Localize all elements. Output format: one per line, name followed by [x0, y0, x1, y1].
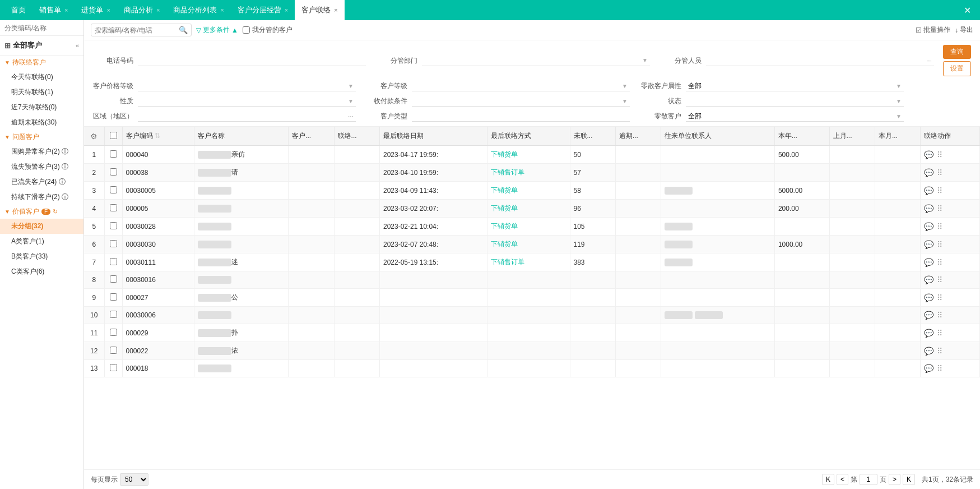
tab-sales-close[interactable]: × — [64, 7, 68, 13]
customer-attr-dropdown[interactable]: ▼ — [896, 83, 902, 89]
retail-dropdown[interactable]: ▼ — [896, 113, 902, 119]
sidebar-item-abnormal[interactable]: 囤购异常客户(2) ⓘ — [0, 144, 83, 159]
sidebar-item-class-b[interactable]: B类客户(33) — [0, 249, 83, 264]
tab-analysis-list[interactable]: 商品分析列表 × — [166, 0, 230, 20]
sidebar-item-7days[interactable]: 近7天待联络(0) — [0, 100, 83, 115]
contact-icon[interactable]: 💬 — [924, 311, 933, 320]
dept-input[interactable] — [424, 57, 640, 64]
manager-more-icon[interactable]: ··· — [926, 57, 932, 64]
more-actions-icon[interactable]: ⠿ — [937, 258, 942, 267]
row-last-method-link[interactable]: 下销货单 — [491, 222, 518, 230]
col-last-date[interactable]: 最后联络日期 — [379, 127, 487, 146]
tab-purchase[interactable]: 进货单 × — [75, 0, 117, 20]
payment-dropdown[interactable]: ▼ — [622, 98, 628, 104]
row-last-method-link[interactable]: 下销售订单 — [491, 168, 524, 176]
contact-icon[interactable]: 💬 — [924, 168, 933, 177]
contact-icon[interactable]: 💬 — [924, 275, 933, 284]
my-customers-checkbox[interactable] — [243, 26, 250, 34]
manager-input[interactable] — [708, 57, 926, 64]
search-input[interactable] — [95, 26, 179, 34]
sidebar-item-overdue[interactable]: 逾期未联络(30) — [0, 115, 83, 130]
sidebar-item-class-a[interactable]: A类客户(1) — [0, 234, 83, 249]
more-actions-icon[interactable]: ⠿ — [937, 364, 942, 373]
status-dropdown[interactable]: ▼ — [896, 98, 902, 104]
more-actions-icon[interactable]: ⠿ — [937, 168, 942, 177]
section-pending-contact[interactable]: ▼ 待联络客户 — [0, 56, 83, 70]
tab-customer-contact-close[interactable]: × — [334, 7, 337, 13]
row-checkbox[interactable] — [104, 146, 122, 164]
sidebar-all-customers[interactable]: ⊞ 全部客户 « — [0, 36, 83, 56]
contact-icon[interactable]: 💬 — [924, 240, 933, 249]
next-page-btn[interactable]: > — [889, 474, 900, 485]
contact-icon[interactable]: 💬 — [924, 293, 933, 302]
query-btn[interactable]: 查询 — [943, 45, 971, 59]
sidebar-item-today[interactable]: 今天待联络(0) — [0, 70, 83, 85]
more-actions-icon[interactable]: ⠿ — [937, 293, 942, 302]
tab-analysis[interactable]: 商品分析 × — [117, 0, 166, 20]
row-last-method-link[interactable]: 下销货单 — [491, 240, 518, 248]
more-actions-icon[interactable]: ⠿ — [937, 347, 942, 356]
customer-level-input[interactable] — [414, 82, 620, 90]
status-input[interactable] — [688, 97, 894, 105]
sidebar-search-input[interactable] — [4, 24, 84, 32]
row-last-method-link[interactable]: 下销货单 — [491, 150, 518, 158]
sidebar-collapse-btn[interactable]: « — [76, 42, 79, 49]
more-actions-icon[interactable]: ⠿ — [937, 329, 942, 338]
more-actions-icon[interactable]: ⠿ — [937, 240, 942, 249]
col-last-month[interactable]: 上月... — [829, 127, 875, 146]
contact-icon[interactable]: 💬 — [924, 258, 933, 267]
col-last-method[interactable]: 最后联络方式 — [487, 127, 570, 146]
prev-page-btn[interactable]: < — [837, 474, 848, 485]
tab-analysis-close[interactable]: × — [156, 7, 160, 13]
row-checkbox[interactable] — [104, 218, 122, 236]
reset-btn[interactable]: 设置 — [943, 61, 971, 76]
window-close-button[interactable]: ✕ — [959, 5, 976, 16]
contact-icon[interactable]: 💬 — [924, 204, 933, 213]
first-page-btn[interactable]: K — [822, 474, 834, 485]
tab-sales[interactable]: 销售单 × — [32, 0, 75, 20]
row-checkbox[interactable] — [104, 360, 122, 377]
tab-analysis-list-close[interactable]: × — [220, 7, 224, 13]
row-checkbox[interactable] — [104, 182, 122, 200]
more-actions-icon[interactable]: ⠿ — [937, 204, 942, 213]
retail-input[interactable] — [688, 112, 894, 120]
price-level-dropdown[interactable]: ▼ — [348, 83, 354, 89]
row-checkbox[interactable] — [104, 342, 122, 360]
more-actions-icon[interactable]: ⠿ — [937, 150, 942, 159]
more-actions-icon[interactable]: ⠿ — [937, 275, 942, 284]
contact-icon[interactable]: 💬 — [924, 222, 933, 231]
row-last-method-link[interactable]: 下销售订单 — [491, 258, 524, 266]
tab-purchase-close[interactable]: × — [106, 7, 110, 13]
contact-icon[interactable]: 💬 — [924, 364, 933, 373]
col-this-year[interactable]: 本年... — [774, 127, 829, 146]
page-input[interactable] — [860, 474, 877, 485]
customer-attr-input[interactable] — [688, 82, 894, 90]
section-problem-customers[interactable]: ▼ 问题客户 — [0, 130, 83, 144]
sidebar-item-class-c[interactable]: C类客户(6) — [0, 264, 83, 279]
col-code[interactable]: 客户编码 ⇅ — [122, 127, 194, 146]
region-more-icon[interactable]: ··· — [348, 112, 354, 120]
tab-customer-tier-close[interactable]: × — [285, 7, 288, 13]
batch-ops-btn[interactable]: ☑ 批量操作 — [916, 25, 950, 35]
refresh-icon[interactable]: ↻ — [53, 208, 58, 215]
row-checkbox[interactable] — [104, 200, 122, 218]
col-contact[interactable]: 联络... — [334, 127, 379, 146]
export-btn[interactable]: ↓ 导出 — [955, 25, 973, 35]
contact-icon[interactable]: 💬 — [924, 347, 933, 356]
filter-more-btn[interactable]: ▽ 更多条件 ▲ — [196, 25, 238, 35]
col-settings[interactable]: ⚙ — [84, 127, 104, 146]
row-checkbox[interactable] — [104, 164, 122, 182]
row-checkbox[interactable] — [104, 324, 122, 342]
row-last-method-link[interactable]: 下销货单 — [491, 204, 518, 212]
sidebar-item-ungroup[interactable]: 未分组(32) — [0, 219, 83, 234]
row-checkbox[interactable] — [104, 289, 122, 307]
dept-dropdown-icon[interactable]: ▼ — [642, 57, 648, 63]
sidebar-item-churned[interactable]: 已流失客户(24) ⓘ — [0, 174, 83, 190]
more-actions-icon[interactable]: ⠿ — [937, 186, 942, 195]
search-icon[interactable]: 🔍 — [179, 26, 188, 34]
tab-customer-tier[interactable]: 客户分层经营 × — [231, 0, 295, 20]
sidebar-item-churn-warning[interactable]: 流失预警客户(3) ⓘ — [0, 159, 83, 174]
page-size-dropdown[interactable]: 50 100 200 — [120, 473, 148, 486]
col-company-contact[interactable]: 往来单位联系人 — [661, 127, 775, 146]
tab-home[interactable]: 首页 — [4, 0, 32, 20]
